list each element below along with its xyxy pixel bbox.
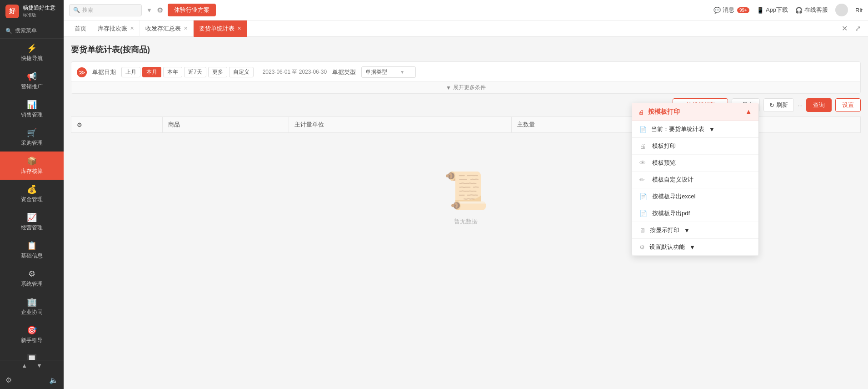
- headset-icon: 🎧: [795, 7, 803, 14]
- col-header-product: 商品: [163, 117, 289, 133]
- sidebar-item-guide[interactable]: 🎯 新手引导: [0, 321, 64, 349]
- filter-toggle-btn[interactable]: ≫: [77, 67, 87, 77]
- appstore-icon: 🔲: [27, 354, 37, 360]
- purchase-label: 采购管理: [21, 139, 43, 147]
- expand-more-label: 展开更多条件: [453, 84, 486, 91]
- topbar-search-icon: 🔍: [73, 7, 80, 13]
- refresh-label: 刷新: [776, 101, 788, 109]
- scroll-up-btn[interactable]: ▲: [21, 362, 27, 369]
- set-default-icon: ⚙: [639, 244, 645, 251]
- topbar-dropdown-arrow[interactable]: ▼: [146, 7, 152, 14]
- tab-inventory-batch[interactable]: 库存批次账✕: [92, 20, 140, 37]
- tab-order-stats[interactable]: 要货单统计表✕: [194, 20, 247, 37]
- query-btn[interactable]: 查询: [806, 98, 832, 112]
- date-btn-5[interactable]: 自定义: [229, 67, 254, 77]
- dropdown-item-label-2: 模板自定义设计: [652, 176, 693, 184]
- col-header-settings: ⚙: [71, 117, 163, 133]
- user-name: Rit: [855, 7, 863, 14]
- expand-more-btn[interactable]: ▼ 展开更多条件: [71, 81, 860, 93]
- tab-close-order-stats[interactable]: ✕: [237, 25, 241, 31]
- tab-receivable-summary[interactable]: 收发存汇总表✕: [140, 20, 194, 37]
- scroll-down-btn[interactable]: ▼: [36, 362, 42, 369]
- more-options-btn[interactable]: ···: [798, 102, 803, 109]
- date-label: 单据日期: [92, 68, 116, 76]
- sidebar-footer: ⚙ 🔈: [0, 371, 64, 389]
- sidebar-item-system[interactable]: ⚙ 系统管理: [0, 264, 64, 293]
- tab-close-receivable-summary[interactable]: ✕: [184, 25, 188, 31]
- date-btn-0[interactable]: 上月: [121, 67, 140, 77]
- operation-label: 经营管理: [21, 224, 43, 232]
- tab-close-inventory-batch[interactable]: ✕: [130, 25, 134, 31]
- sidebar-item-inventory[interactable]: 📦 库存核算: [0, 152, 64, 180]
- trial-button[interactable]: 体验行业方案: [168, 4, 216, 16]
- dropdown-item-icon-2: ✏: [639, 176, 648, 183]
- display-print-icon: 🖥: [639, 227, 645, 234]
- current-template-arrow: ▼: [709, 126, 715, 133]
- col-header-unit: 主计量单位: [289, 117, 512, 133]
- sidebar-item-basic[interactable]: 📋 基础信息: [0, 236, 64, 264]
- online-service-btn[interactable]: 🎧 在线客服: [795, 6, 828, 14]
- display-print-section[interactable]: 🖥 按显示打印 ▼: [632, 222, 758, 239]
- user-avatar[interactable]: [835, 4, 848, 16]
- dropdown-item-label-0: 模板打印: [652, 142, 676, 150]
- sidebar-item-enterprise[interactable]: 🏢 企业协同: [0, 293, 64, 321]
- app-download-btn[interactable]: 📱 App下载: [757, 6, 788, 14]
- tab-label-home: 首页: [75, 25, 86, 33]
- dropdown-current-template[interactable]: 📄 当前：要货单统计表 ▼: [632, 121, 758, 138]
- quick-nav-label: 快捷导航: [21, 55, 43, 62]
- sidebar-item-purchase[interactable]: 🛒 采购管理: [0, 123, 64, 152]
- expand-window-btn[interactable]: ⤢: [853, 23, 863, 34]
- operation-icon: 📈: [27, 212, 37, 222]
- main-area: 🔍 搜索 ▼ ⚙ 体验行业方案 💬 消息 99+ 📱 App下载 🎧 在线客服 …: [64, 0, 868, 389]
- topbar-gear-icon[interactable]: ⚙: [157, 6, 163, 15]
- dropdown-item-2[interactable]: ✏ 模板自定义设计: [632, 172, 758, 188]
- expand-more-icon: ▼: [446, 85, 451, 91]
- date-btn-4[interactable]: 更多: [208, 67, 227, 77]
- empty-text: 暂无数据: [454, 217, 478, 226]
- close-window-btn[interactable]: ✕: [840, 23, 849, 34]
- doc-type-select[interactable]: 单据类型 ▼: [361, 66, 416, 78]
- tab-home[interactable]: 首页: [69, 20, 92, 37]
- topbar-search-box[interactable]: 🔍 搜索: [69, 4, 142, 16]
- dropdown-title: 按模板打印: [648, 108, 741, 116]
- dropdown-item-0[interactable]: 🖨 模板打印: [632, 138, 758, 155]
- dropdown-item-3[interactable]: 📄 按模板导出excel: [632, 188, 758, 205]
- sidebar-item-appstore[interactable]: 🔲 应用中心: [0, 349, 64, 360]
- date-btn-1[interactable]: 本月: [142, 67, 161, 77]
- guide-icon: 🎯: [27, 325, 37, 335]
- tab-label-receivable-summary: 收发存汇总表: [145, 25, 181, 33]
- sidebar-item-sales[interactable]: 📊 销售管理: [0, 95, 64, 123]
- logo-icon: 好: [5, 5, 19, 18]
- refresh-icon: ↻: [769, 102, 774, 109]
- message-label: 消息: [723, 6, 734, 14]
- filter-bar: ≫ 单据日期 上月本月本年近7天更多自定义 2023-06-01 至 2023-…: [71, 61, 861, 94]
- search-menu[interactable]: 🔍 搜索菜单: [0, 23, 64, 39]
- sidebar-item-operation[interactable]: 📈 经营管理: [0, 208, 64, 236]
- date-range-display: 2023-06-01 至 2023-06-30: [263, 68, 327, 76]
- dropdown-item-icon-4: 📄: [639, 210, 648, 217]
- sidebar-item-quick-nav[interactable]: ⚡ 快捷导航: [0, 39, 64, 67]
- search-menu-label: 搜索菜单: [15, 27, 37, 35]
- dropdown-close-btn[interactable]: ▲: [745, 108, 752, 116]
- purchase-icon: 🛒: [27, 128, 37, 138]
- marketing-label: 营销推广: [21, 83, 43, 91]
- set-default-section[interactable]: ⚙ 设置默认功能 ▼: [632, 239, 758, 256]
- audio-icon[interactable]: 🔈: [49, 376, 58, 384]
- enterprise-icon: 🏢: [27, 297, 37, 307]
- date-btn-3[interactable]: 近7天: [184, 67, 206, 77]
- tabs-bar: 首页库存批次账✕收发存汇总表✕要货单统计表✕ ✕ ⤢: [64, 20, 868, 37]
- sidebar-item-finance[interactable]: 💰 资金管理: [0, 180, 64, 208]
- dropdown-item-1[interactable]: 👁 模板预览: [632, 155, 758, 172]
- refresh-btn[interactable]: ↻ 刷新: [763, 98, 794, 112]
- settings-icon[interactable]: ⚙: [5, 376, 12, 384]
- topbar: 🔍 搜索 ▼ ⚙ 体验行业方案 💬 消息 99+ 📱 App下载 🎧 在线客服 …: [64, 0, 868, 20]
- app-download-label: App下载: [766, 6, 788, 14]
- online-service-label: 在线客服: [804, 6, 828, 14]
- dropdown-item-4[interactable]: 📄 按模板导出pdf: [632, 205, 758, 222]
- messages-btn[interactable]: 💬 消息 99+: [713, 6, 749, 14]
- page-title: 要货单统计表(按商品): [71, 44, 861, 55]
- sidebar-item-marketing[interactable]: 📢 营销推广: [0, 67, 64, 95]
- settings-btn[interactable]: 设置: [835, 98, 861, 112]
- search-icon: 🔍: [5, 28, 12, 34]
- date-btn-2[interactable]: 本年: [163, 67, 182, 77]
